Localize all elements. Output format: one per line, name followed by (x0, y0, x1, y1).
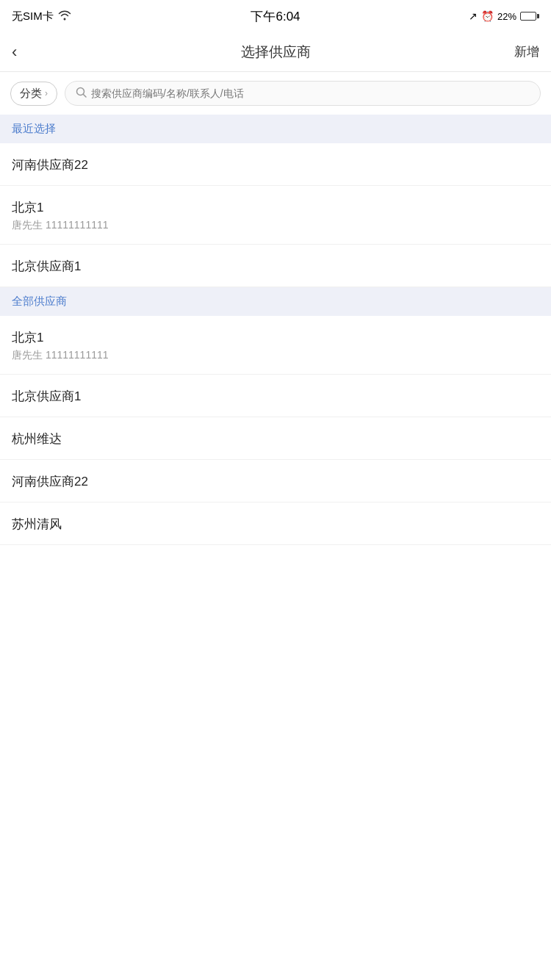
battery-label: 22% (497, 11, 516, 22)
battery-icon (520, 12, 539, 21)
supplier-detail: 唐先生 11111111111 (12, 219, 539, 232)
status-time: 下午6:04 (251, 8, 300, 25)
list-item[interactable]: 北京供应商1 (0, 245, 551, 287)
supplier-name: 北京供应商1 (12, 258, 539, 275)
wifi-icon (58, 10, 71, 23)
alarm-icon: ⏰ (481, 10, 494, 22)
supplier-name: 河南供应商22 (12, 473, 539, 490)
list-item[interactable]: 河南供应商22 (0, 143, 551, 186)
status-right: ↗ ⏰ 22% (469, 10, 539, 22)
chevron-right-icon: › (45, 88, 48, 98)
carrier-label: 无SIM卡 (12, 10, 54, 24)
nav-bar: ‹ 选择供应商 新增 (0, 32, 551, 72)
all-header-label: 全部供应商 (12, 295, 67, 307)
search-icon (76, 87, 87, 100)
supplier-detail: 唐先生 11111111111 (12, 349, 539, 362)
list-item[interactable]: 北京1 唐先生 11111111111 (0, 316, 551, 375)
category-label: 分类 (20, 87, 42, 101)
search-box[interactable] (65, 81, 541, 106)
recent-section-header: 最近选择 (0, 115, 551, 143)
status-left: 无SIM卡 (12, 10, 71, 24)
add-button[interactable]: 新增 (514, 43, 539, 60)
list-item[interactable]: 北京1 唐先生 11111111111 (0, 186, 551, 245)
supplier-name: 苏州清风 (12, 516, 539, 533)
status-bar: 无SIM卡 下午6:04 ↗ ⏰ 22% (0, 0, 551, 32)
list-item[interactable]: 苏州清风 (0, 502, 551, 545)
svg-line-1 (84, 95, 87, 98)
list-item[interactable]: 河南供应商22 (0, 460, 551, 502)
supplier-name: 杭州维达 (12, 430, 539, 447)
back-button[interactable]: ‹ (6, 37, 23, 68)
recent-header-label: 最近选择 (12, 122, 56, 134)
all-items-list: 北京1 唐先生 11111111111 北京供应商1 杭州维达 河南供应商22 … (0, 316, 551, 545)
category-filter-button[interactable]: 分类 › (10, 82, 57, 106)
supplier-name: 北京供应商1 (12, 388, 539, 405)
page-title: 选择供应商 (241, 43, 311, 62)
list-item[interactable]: 北京供应商1 (0, 375, 551, 417)
recent-items-list: 河南供应商22 北京1 唐先生 11111111111 北京供应商1 (0, 143, 551, 287)
list-item[interactable]: 杭州维达 (0, 417, 551, 460)
location-icon: ↗ (469, 10, 478, 22)
search-input[interactable] (91, 87, 530, 99)
all-section-header: 全部供应商 (0, 287, 551, 316)
supplier-name: 北京1 (12, 329, 539, 346)
supplier-name: 河南供应商22 (12, 156, 539, 173)
filter-bar: 分类 › (0, 72, 551, 115)
supplier-name: 北京1 (12, 199, 539, 216)
